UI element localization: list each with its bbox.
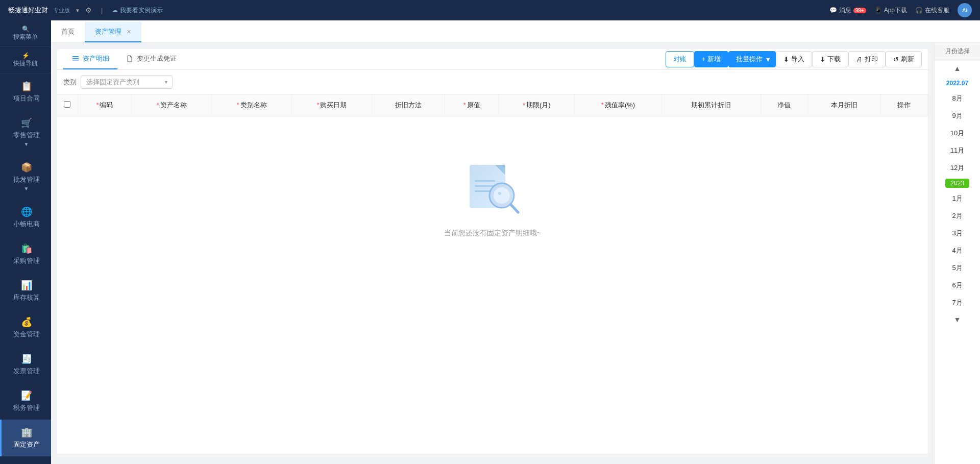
import-icon: ⬇ [783,56,789,63]
empty-illustration [457,157,528,218]
sidebar-item-search-menu[interactable]: 🔍 搜索菜单 [0,20,51,47]
sub-tab-change-voucher[interactable]: 变更生成凭证 [117,49,185,69]
sub-tab-asset-detail[interactable]: 资产明细 [63,49,117,69]
add-button[interactable]: + 新增 [694,51,728,67]
empty-text: 当前您还没有固定资产明细哦~ [444,229,541,238]
online-service-button[interactable]: 🎧 在线客服 [915,6,949,15]
tab-home[interactable]: 首页 [51,22,85,42]
col-code: *编码 [78,94,132,116]
retail-arrow-icon: ▼ [24,141,29,147]
headset-icon: 🎧 [915,7,923,14]
refresh-icon: ↺ [893,56,899,63]
print-button[interactable]: 🖨 打印 [848,51,886,67]
sidebar-item-purchase-management[interactable]: 🛍️ 采购管理 [0,236,51,273]
horizontal-scrollbar[interactable] [57,454,928,458]
svg-rect-0 [72,56,79,57]
invoice-icon: 🧾 [6,353,47,364]
ecommerce-icon: 🌐 [6,206,47,217]
month-item-aug-2022[interactable]: 8月 [935,90,980,107]
month-item-nov-2022[interactable]: 11月 [935,142,980,159]
header-right: 💬 消息 99+ 📱 App下载 🎧 在线客服 Ai [829,3,972,17]
month-item-jul-2023[interactable]: 7月 [935,294,980,311]
sidebar-item-fixed-assets[interactable]: 🏢 固定资产 [0,420,51,456]
category-label: 类别 [63,78,77,87]
batch-arrow-icon: ▼ [24,186,29,191]
message-icon: 💬 [829,7,837,14]
sidebar-item-tax-management[interactable]: 📝 税务管理 [0,383,51,420]
sidebar-item-fund-management[interactable]: 💰 资金管理 [0,309,51,346]
svg-point-9 [494,187,510,204]
batch-button[interactable]: 批量操作 ▼ [728,51,776,67]
month-item-sep-2022[interactable]: 9月 [935,107,980,125]
app-name: 畅捷通好业财 [8,6,48,15]
tab-close-icon[interactable]: ✕ [127,29,131,35]
import-button[interactable]: ⬇ 导入 [776,51,812,67]
sidebar-item-salary[interactable]: 💵 工资 [0,456,51,464]
col-depreciation-method: 折旧方法 [372,94,445,116]
sidebar-item-batch-management[interactable]: 📦 批发管理 ▼ [0,155,51,199]
year-2022-label: 2022.07 [935,77,980,90]
tab-asset-management[interactable]: 资产管理 ✕ [85,22,141,42]
page-content: 资产明细 变更生成凭证 对账 [51,43,980,464]
col-monthly-depreciation: 本月折旧 [807,94,880,116]
nav-icon: ⚡ [4,52,47,59]
month-item-jan-2023[interactable]: 1月 [935,190,980,207]
year-2023-badge: 2023 [945,179,969,188]
company-dropdown-icon[interactable]: ▼ [75,8,80,13]
message-button[interactable]: 💬 消息 99+ [829,6,866,15]
col-period-months: *期限(月) [499,94,574,116]
col-purchase-date: *购买日期 [292,94,372,116]
month-panel-header: 月份选择 [935,43,980,60]
reconcile-button[interactable]: 对账 [666,51,694,67]
search-menu-label: 搜索菜单 [4,33,47,41]
app-subtitle: 专业版 [53,7,70,14]
purchase-icon: 🛍️ [6,243,47,254]
svg-rect-5 [475,180,495,182]
demo-link[interactable]: ☁ 我要看实例演示 [112,6,163,15]
month-nav-down-row: ▼ [935,311,980,328]
svg-rect-1 [72,58,79,59]
table-container: *编码 *资产名称 *类别名称 *购买日期 [57,94,928,454]
doc-icon [126,55,134,63]
month-item-apr-2023[interactable]: 4月 [935,242,980,259]
select-all-checkbox[interactable] [64,101,70,108]
category-select[interactable]: 选择固定资产类别 [81,75,173,89]
fund-icon: 💰 [6,316,47,328]
main-layout: 🔍 搜索菜单 ⚡ 快捷导航 📋 项目合同 🛒 零售管理 ▼ 📦 批发管理 ▼ 🌐… [0,20,980,464]
demo-cloud-icon: ☁ [112,7,118,14]
sidebar-item-retail-management[interactable]: 🛒 零售管理 ▼ [0,110,51,155]
sidebar-item-ecommerce[interactable]: 🌐 小畅电商 [0,199,51,236]
month-nav-down-button[interactable]: ▼ [951,313,964,326]
batch-icon: 📦 [6,162,47,173]
month-nav-up-button[interactable]: ▲ [951,62,964,75]
month-item-oct-2022[interactable]: 10月 [935,125,980,142]
month-item-mar-2023[interactable]: 3月 [935,225,980,242]
app-download-button[interactable]: 📱 App下载 [874,6,907,15]
sidebar-item-inventory[interactable]: 📊 库存核算 [0,273,51,309]
download-button[interactable]: ⬇ 下载 [812,51,848,67]
settings-icon[interactable]: ⚙ [85,6,92,14]
user-avatar[interactable]: Ai [958,3,972,17]
fixed-assets-icon: 🏢 [6,427,47,438]
assets-table: *编码 *资产名称 *类别名称 *购买日期 [57,94,928,279]
col-asset-name: *资产名称 [132,94,212,116]
batch-dropdown-icon: ▼ [765,56,771,63]
sidebar-item-quick-nav[interactable]: ⚡ 快捷导航 [0,47,51,74]
contract-icon: 📋 [6,81,47,92]
month-item-jun-2023[interactable]: 6月 [935,277,980,294]
month-item-dec-2022[interactable]: 12月 [935,159,980,177]
col-accumulated-depreciation: 期初累计折旧 [662,94,761,116]
top-header: 畅捷通好业财 专业版 ▼ ⚙ | ☁ 我要看实例演示 💬 消息 99+ 📱 Ap… [0,0,980,20]
empty-state: 当前您还没有固定资产明细哦~ [57,116,928,279]
year-2023-badge-row: 2023 [935,177,980,190]
phone-icon: 📱 [874,7,882,14]
sidebar-item-invoice-management[interactable]: 🧾 发票管理 [0,346,51,383]
content-area: 首页 资产管理 ✕ [51,20,980,464]
month-item-may-2023[interactable]: 5月 [935,259,980,277]
col-net-value: 净值 [761,94,807,116]
month-nav-up-row: ▲ [935,60,980,77]
month-item-feb-2023[interactable]: 2月 [935,207,980,225]
sidebar-item-project-contract[interactable]: 📋 项目合同 [0,74,51,110]
message-badge: 99+ [853,8,866,13]
refresh-button[interactable]: ↺ 刷新 [886,51,922,67]
